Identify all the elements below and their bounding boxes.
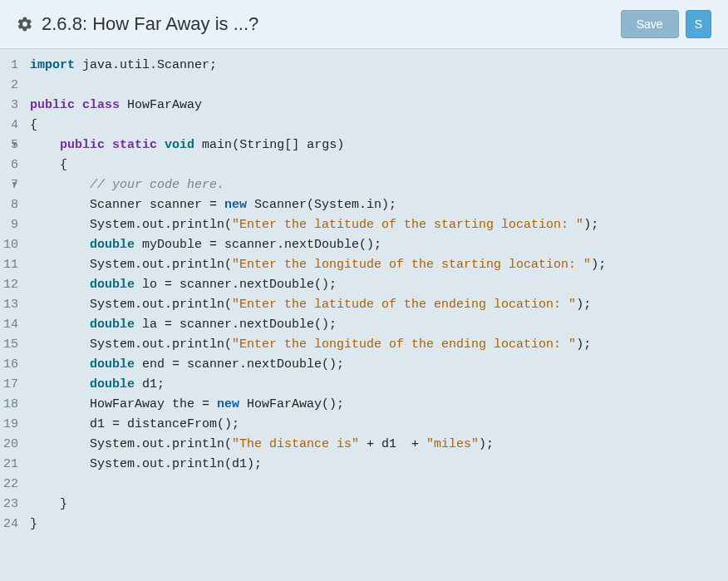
code-line[interactable]: } bbox=[30, 495, 606, 515]
secondary-button[interactable]: S bbox=[686, 10, 711, 38]
gear-icon bbox=[17, 16, 33, 32]
code-line[interactable]: double lo = scanner.nextDouble(); bbox=[30, 275, 606, 295]
code-line[interactable]: double end = scanner.nextDouble(); bbox=[30, 355, 606, 375]
header-right: Save S bbox=[621, 10, 711, 38]
line-number: 19 bbox=[2, 415, 18, 435]
code-line[interactable]: HowFarAway the = new HowFarAway(); bbox=[30, 395, 606, 415]
header-left: 2.6.8: How Far Away is ...? bbox=[17, 13, 258, 35]
line-number: 15 bbox=[2, 335, 18, 355]
line-number: 7 bbox=[2, 175, 18, 195]
line-number: 17 bbox=[2, 375, 18, 395]
save-button[interactable]: Save bbox=[621, 10, 679, 38]
code-line[interactable]: public static void main(String[] args) bbox=[30, 135, 606, 155]
line-number: 6 ▾ bbox=[2, 155, 18, 175]
line-number: 16 bbox=[2, 355, 18, 375]
line-number: 12 bbox=[2, 275, 18, 295]
code-line[interactable]: System.out.println("The distance is" + d… bbox=[30, 435, 606, 455]
line-number: 10 bbox=[2, 235, 18, 255]
line-number: 9 bbox=[2, 215, 18, 235]
line-number: 11 bbox=[2, 255, 18, 275]
code-line[interactable]: import java.util.Scanner; bbox=[30, 56, 606, 76]
page-title: 2.6.8: How Far Away is ...? bbox=[42, 13, 258, 35]
line-number: 22 bbox=[2, 475, 18, 495]
code-editor[interactable]: 1234 ▾56 ▾789101112131415161718192021222… bbox=[0, 49, 728, 581]
line-number: 1 bbox=[2, 56, 18, 76]
code-line[interactable] bbox=[30, 475, 606, 495]
line-number: 21 bbox=[2, 455, 18, 475]
code-line[interactable]: double la = scanner.nextDouble(); bbox=[30, 315, 606, 335]
line-number: 13 bbox=[2, 295, 18, 315]
code-line[interactable]: { bbox=[30, 155, 606, 175]
editor-header: 2.6.8: How Far Away is ...? Save S bbox=[0, 0, 728, 49]
line-number: 23 bbox=[2, 495, 18, 515]
code-area[interactable]: import java.util.Scanner; public class H… bbox=[23, 49, 612, 581]
line-number: 24 bbox=[2, 515, 18, 534]
line-number: 5 bbox=[2, 135, 18, 155]
code-line[interactable]: { bbox=[30, 116, 606, 135]
line-number: 4 ▾ bbox=[2, 116, 18, 135]
code-line[interactable]: System.out.println("Enter the longitude … bbox=[30, 255, 606, 275]
code-line[interactable]: // your code here. bbox=[30, 175, 606, 195]
line-number: 18 bbox=[2, 395, 18, 415]
code-line[interactable] bbox=[30, 76, 606, 96]
code-line[interactable]: System.out.println("Enter the longitude … bbox=[30, 335, 606, 355]
line-number: 20 bbox=[2, 435, 18, 455]
code-line[interactable]: d1 = distanceFrom(); bbox=[30, 415, 606, 435]
line-number: 2 bbox=[2, 76, 18, 96]
code-line[interactable]: Scanner scanner = new Scanner(System.in)… bbox=[30, 195, 606, 215]
code-line[interactable]: System.out.println("Enter the latitude o… bbox=[30, 215, 606, 235]
code-line[interactable]: double d1; bbox=[30, 375, 606, 395]
code-line[interactable]: double myDouble = scanner.nextDouble(); bbox=[30, 235, 606, 255]
line-number: 3 bbox=[2, 96, 18, 116]
code-line[interactable]: System.out.println("Enter the latitude o… bbox=[30, 295, 606, 315]
code-line[interactable]: System.out.println(d1); bbox=[30, 455, 606, 475]
code-line[interactable]: } bbox=[30, 515, 606, 534]
line-number: 8 bbox=[2, 195, 18, 215]
line-number: 14 bbox=[2, 315, 18, 335]
line-gutter: 1234 ▾56 ▾789101112131415161718192021222… bbox=[0, 49, 23, 581]
code-line[interactable]: public class HowFarAway bbox=[30, 96, 606, 116]
